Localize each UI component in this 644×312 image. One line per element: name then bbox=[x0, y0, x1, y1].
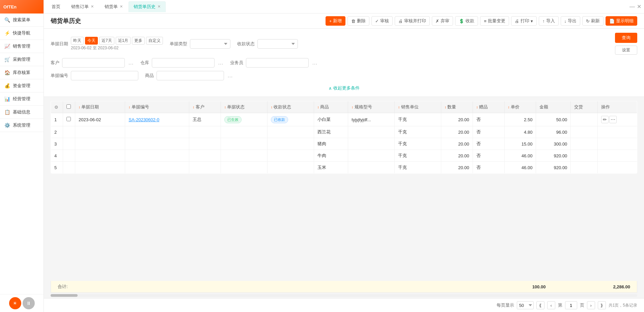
sidebar-item-operation-mgmt[interactable]: 📊 经营管理 bbox=[0, 93, 44, 106]
tab-sales-order-close[interactable]: ✕ bbox=[91, 4, 94, 9]
tab-sales-delivery-close[interactable]: ✕ bbox=[120, 4, 123, 9]
doc-no-link[interactable]: SA-20230602-0 bbox=[129, 117, 159, 122]
sidebar-item-quick-nav[interactable]: ⚡ 快捷导航 bbox=[0, 27, 44, 40]
sidebar-item-purchase-mgmt[interactable]: 🛒 采购管理 bbox=[0, 53, 44, 66]
import-label: 导入 bbox=[546, 18, 555, 24]
tab-sales-history-close[interactable]: ✕ bbox=[158, 4, 161, 9]
sidebar-item-system-mgmt[interactable]: ⚙️ 系统管理 bbox=[0, 119, 44, 132]
filter-goods: 商品 … bbox=[145, 71, 233, 80]
total-amount: 2,286.00 bbox=[613, 284, 630, 289]
date-btn-more[interactable]: 更多 bbox=[132, 37, 145, 45]
doc-no-input[interactable] bbox=[71, 71, 138, 80]
sidebar-item-search-menu[interactable]: 🔍 搜索菜单 bbox=[0, 14, 44, 27]
page-number-input[interactable] bbox=[565, 301, 577, 309]
salesperson-dots[interactable]: … bbox=[312, 60, 317, 66]
import-btn[interactable]: ↑ 导入 bbox=[539, 16, 559, 26]
sidebar-item-sales-mgmt[interactable]: 📈 销售管理 bbox=[0, 40, 44, 53]
collapse-btn[interactable]: ∧ 收起更多条件 bbox=[51, 84, 637, 93]
goods-input[interactable] bbox=[157, 71, 224, 80]
action-more-btn[interactable]: ⋯ bbox=[609, 116, 617, 123]
horizontal-scrollbar[interactable] bbox=[51, 294, 637, 297]
collect-status-label: 收款状态 bbox=[237, 41, 255, 47]
warehouse-dots[interactable]: … bbox=[218, 60, 223, 66]
batch-change-btn[interactable]: ≡ 批量变更 bbox=[480, 16, 509, 26]
set-btn[interactable]: 设置 bbox=[615, 46, 637, 55]
export-icon: ↓ bbox=[564, 19, 567, 24]
new-btn[interactable]: + 新增 bbox=[326, 16, 346, 26]
delete-btn[interactable]: 🗑 删除 bbox=[347, 16, 369, 26]
date-btn-1month[interactable]: 近1月 bbox=[116, 37, 131, 45]
page-prev-btn[interactable]: ‹ bbox=[547, 301, 555, 309]
salesperson-input[interactable] bbox=[246, 58, 309, 68]
cell-goods: 西兰花 bbox=[314, 126, 348, 138]
th-doc-no[interactable]: ↕ 单据编号 bbox=[125, 101, 189, 113]
collect-status-select[interactable] bbox=[257, 39, 298, 49]
goods-dots[interactable]: … bbox=[227, 73, 233, 79]
collect-label: 收款 bbox=[466, 18, 474, 24]
row-checkbox[interactable] bbox=[66, 117, 71, 121]
print-btn[interactable]: 🖨 打印 ▾ bbox=[511, 16, 537, 26]
window-minimize-btn[interactable]: — bbox=[629, 4, 635, 10]
tab-sales-history[interactable]: 销货单历史 ✕ bbox=[129, 1, 166, 12]
show-detail-btn[interactable]: 📄 显示明细 bbox=[606, 16, 637, 26]
page-first-btn[interactable]: ⟪ bbox=[536, 301, 544, 309]
date-btn-yesterday[interactable]: 昨天 bbox=[71, 37, 84, 45]
cell-trade bbox=[571, 150, 598, 162]
th-doc-date[interactable]: ↕ 单据日期 bbox=[75, 101, 125, 113]
date-btn-today[interactable]: 今天 bbox=[85, 37, 98, 45]
tab-home[interactable]: 首页 bbox=[47, 1, 65, 12]
th-gift[interactable]: ↕ 赠品 bbox=[473, 101, 504, 113]
date-btn-custom[interactable]: 自定义 bbox=[146, 37, 163, 45]
audit-btn[interactable]: ✓ 审核 bbox=[371, 16, 393, 26]
page-last-btn[interactable]: ⟫ bbox=[598, 301, 606, 309]
sidebar-item-base-info[interactable]: 📋 基础信息 bbox=[0, 106, 44, 119]
refresh-btn[interactable]: ↻ 刷新 bbox=[582, 16, 604, 26]
cell-doc-status bbox=[221, 138, 267, 150]
action-edit-btn[interactable]: ✏ bbox=[601, 116, 609, 123]
th-unit-price[interactable]: ↕ 单价 bbox=[504, 101, 536, 113]
th-gear[interactable]: ⚙ bbox=[51, 101, 63, 113]
warehouse-input[interactable] bbox=[152, 58, 215, 68]
th-customer[interactable]: ↕ 客户 bbox=[189, 101, 221, 113]
query-btn[interactable]: 查询 bbox=[615, 33, 637, 43]
cell-doc-no bbox=[125, 138, 189, 150]
th-qty[interactable]: ↕ 数量 bbox=[441, 101, 473, 113]
sidebar-bottom-btn-2[interactable]: ⏸ bbox=[23, 297, 35, 309]
filter-row-2: 客户 … 仓库 … 业务员 … bbox=[51, 58, 637, 68]
doc-type-select[interactable] bbox=[190, 39, 230, 49]
customer-input[interactable] bbox=[62, 58, 125, 68]
cell-unit-price: 46.00 bbox=[504, 150, 536, 162]
sidebar-item-finance-mgmt[interactable]: 💰 资金管理 bbox=[0, 79, 44, 93]
sidebar-bottom-btn-1[interactable]: ☀ bbox=[9, 297, 21, 309]
th-action-label: 操作 bbox=[601, 104, 610, 109]
th-spec[interactable]: ↕ 规格型号 bbox=[348, 101, 395, 113]
customer-dots[interactable]: … bbox=[128, 60, 134, 66]
th-goods[interactable]: ↕ 商品 bbox=[314, 101, 348, 113]
tab-sales-order[interactable]: 销售订单 ✕ bbox=[66, 1, 99, 12]
filter-date: 单据日期 昨天 今天 近7天 近1月 更多 自定义 2023-06-02 至 2… bbox=[51, 37, 163, 51]
sidebar-item-inventory[interactable]: 🏠 库存核算 bbox=[0, 66, 44, 79]
scrollbar-thumb[interactable] bbox=[51, 294, 78, 297]
cell-doc-status bbox=[221, 126, 267, 138]
export-btn[interactable]: ↓ 导出 bbox=[561, 16, 581, 26]
date-btn-7days[interactable]: 近7天 bbox=[99, 37, 114, 45]
filter-collect-status: 收款状态 bbox=[237, 39, 298, 49]
audit-print-btn[interactable]: 🖨 审核并打印 bbox=[395, 16, 430, 26]
filter-row-3: 单据编号 商品 … bbox=[51, 71, 637, 80]
filter-warehouse: 仓库 … bbox=[140, 58, 223, 68]
per-page-select[interactable]: 50 20 100 200 bbox=[517, 301, 534, 309]
table-body: 1 2023-06-02 SA-20230602-0 王总 已生效 已收款 小白… bbox=[51, 113, 637, 174]
th-unit[interactable]: ↕ 销售单位 bbox=[395, 101, 441, 113]
cell-gift: 否 bbox=[473, 150, 504, 162]
abandon-btn[interactable]: ✗ 弃审 bbox=[432, 16, 453, 26]
cell-qty: 20.00 bbox=[441, 162, 473, 174]
window-close-btn[interactable]: ✕ bbox=[637, 3, 641, 10]
select-all-checkbox[interactable] bbox=[66, 104, 71, 109]
collect-btn[interactable]: 💲 收款 bbox=[455, 16, 478, 26]
tab-sales-delivery[interactable]: 销货单 ✕ bbox=[100, 1, 128, 12]
cell-unit: 千克 bbox=[395, 150, 441, 162]
th-collect-status[interactable]: ↕ 收款状态 bbox=[267, 101, 314, 113]
page-next-btn[interactable]: › bbox=[587, 301, 595, 309]
th-doc-status[interactable]: ↕ 单据状态 bbox=[221, 101, 267, 113]
filter-doc-no: 单据编号 bbox=[51, 71, 138, 80]
